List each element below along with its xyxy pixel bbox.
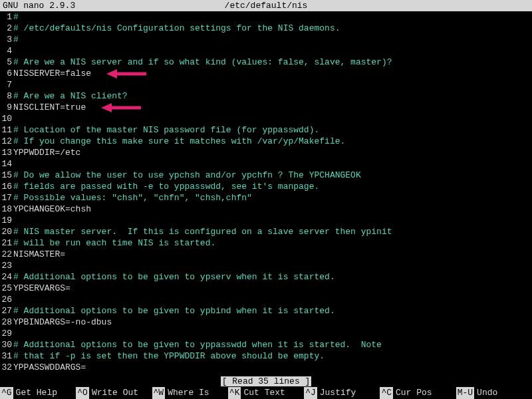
line-number: 22: [0, 249, 12, 260]
code-line[interactable]: YPSERVARGS=: [13, 283, 532, 294]
line-number: 9: [0, 102, 12, 113]
line-number: 19: [0, 215, 12, 226]
line-number: 26: [0, 294, 12, 305]
code-line[interactable]: # Are we a NIS client?: [13, 90, 532, 102]
file-name: /etc/default/nis: [176, 0, 355, 11]
line-number: 23: [0, 260, 12, 271]
code-line[interactable]: # Additional options to be given to yppa…: [13, 339, 532, 350]
code-line[interactable]: # that if -p is set then the YPPWDDIR ab…: [13, 350, 532, 362]
line-number: 8: [0, 90, 12, 102]
line-number: 30: [0, 339, 12, 350]
code-line[interactable]: YPBINDARGS=-no-dbus: [13, 317, 532, 328]
code-line[interactable]: # If you change this make sure it matche…: [13, 136, 532, 147]
code-line[interactable]: [13, 328, 532, 339]
shortcut-key: ^K: [228, 387, 241, 398]
code-line[interactable]: # Location of the master NIS password fi…: [13, 124, 532, 136]
line-number: 13: [0, 147, 12, 158]
line-number: 14: [0, 158, 12, 170]
line-number: 29: [0, 328, 12, 339]
app-name: GNU nano 2.9.3: [3, 0, 176, 11]
editor-lines[interactable]: ## /etc/defaults/nis Configuration setti…: [13, 11, 532, 376]
line-number: 15: [0, 170, 12, 181]
status-bar: [ Read 35 lines ]: [0, 376, 532, 387]
status-message: [ Read 35 lines ]: [221, 376, 312, 386]
code-line[interactable]: YPCHANGEOK=chsh: [13, 203, 532, 215]
code-line[interactable]: NISSERVER=false: [13, 68, 532, 79]
shortcut-item[interactable]: ^OWrite Out: [76, 387, 152, 398]
code-line[interactable]: # NIS master server. If this is configur…: [13, 226, 532, 237]
shortcut-key: ^J: [304, 387, 317, 398]
line-number: 12: [0, 136, 12, 147]
code-line[interactable]: # will be run each time NIS is started.: [13, 237, 532, 249]
code-line[interactable]: [13, 79, 532, 90]
code-line[interactable]: # Are we a NIS server and if so what kin…: [13, 57, 532, 68]
code-line[interactable]: [13, 294, 532, 305]
line-number: 3: [0, 34, 12, 45]
shortcut-key: ^G: [0, 387, 13, 398]
line-number: 7: [0, 79, 12, 90]
line-number: 2: [0, 23, 12, 34]
line-number: 24: [0, 271, 12, 283]
line-number: 5: [0, 57, 12, 68]
shortcut-label: Undo: [477, 387, 497, 398]
title-right: [356, 0, 529, 11]
code-line[interactable]: #: [13, 11, 532, 23]
shortcut-row: ^GGet Help^OWrite Out^WWhere Is^KCut Tex…: [0, 387, 532, 398]
code-line[interactable]: YPPASSWDDARGS=: [13, 362, 532, 373]
titlebar: GNU nano 2.9.3 /etc/default/nis: [0, 0, 532, 11]
line-number: 17: [0, 192, 12, 203]
shortcut-label: Cut Text: [243, 387, 285, 398]
shortcut-label: Write Out: [92, 387, 138, 398]
code-line[interactable]: [13, 215, 532, 226]
shortcut-item[interactable]: ^CCur Pos: [380, 387, 456, 398]
line-number: 32: [0, 362, 12, 373]
line-number: 16: [0, 181, 12, 192]
editor[interactable]: 1234567891011121314151617181920212223242…: [0, 11, 532, 376]
line-number: 27: [0, 305, 12, 317]
line-number: 10: [0, 113, 12, 124]
line-number: 21: [0, 237, 12, 249]
line-number: 6: [0, 68, 12, 79]
shortcut-key: ^C: [380, 387, 393, 398]
code-line[interactable]: [13, 45, 532, 57]
shortcut-label: Where Is: [168, 387, 209, 398]
line-number: 18: [0, 203, 12, 215]
code-line[interactable]: # Do we allow the user to use ypchsh and…: [13, 170, 532, 181]
shortcut-key: ^W: [152, 387, 166, 398]
code-line[interactable]: [13, 113, 532, 124]
code-line[interactable]: # fields are passed with -e to yppasswdd…: [13, 181, 532, 192]
shortcut-item[interactable]: M-UUndo: [456, 387, 532, 398]
line-number: 28: [0, 317, 12, 328]
line-number: 20: [0, 226, 12, 237]
shortcut-label: Get Help: [16, 387, 57, 398]
line-number: 11: [0, 124, 12, 136]
line-number: 1: [0, 11, 12, 23]
code-line[interactable]: [13, 260, 532, 271]
line-number: 31: [0, 350, 12, 362]
code-line[interactable]: YPPWDDIR=/etc: [13, 147, 532, 158]
shortcut-key: M-U: [456, 387, 474, 398]
shortcut-item[interactable]: ^GGet Help: [0, 387, 76, 398]
shortcut-item[interactable]: ^JJustify: [304, 387, 380, 398]
line-number: 4: [0, 45, 12, 57]
shortcut-label: Cur Pos: [396, 387, 432, 398]
code-line[interactable]: NISMASTER=: [13, 249, 532, 260]
code-line[interactable]: [13, 158, 532, 170]
shortcut-label: Justify: [320, 387, 356, 398]
code-line[interactable]: NISCLIENT=true: [13, 102, 532, 113]
code-line[interactable]: # /etc/defaults/nis Configuration settin…: [13, 23, 532, 34]
code-line[interactable]: # Additional options to be given to ypse…: [13, 271, 532, 283]
code-line[interactable]: #: [13, 34, 532, 45]
code-line[interactable]: # Additional options to be given to ypbi…: [13, 305, 532, 317]
line-number-gutter: 1234567891011121314151617181920212223242…: [0, 11, 13, 376]
shortcut-key: ^O: [76, 387, 89, 398]
shortcut-item[interactable]: ^WWhere Is: [152, 387, 228, 398]
code-line[interactable]: # Possible values: "chsh", "chfn", "chsh…: [13, 192, 532, 203]
shortcut-item[interactable]: ^KCut Text: [228, 387, 304, 398]
line-number: 25: [0, 283, 12, 294]
shortcut-bar: ^GGet Help^OWrite Out^WWhere Is^KCut Tex…: [0, 387, 532, 399]
